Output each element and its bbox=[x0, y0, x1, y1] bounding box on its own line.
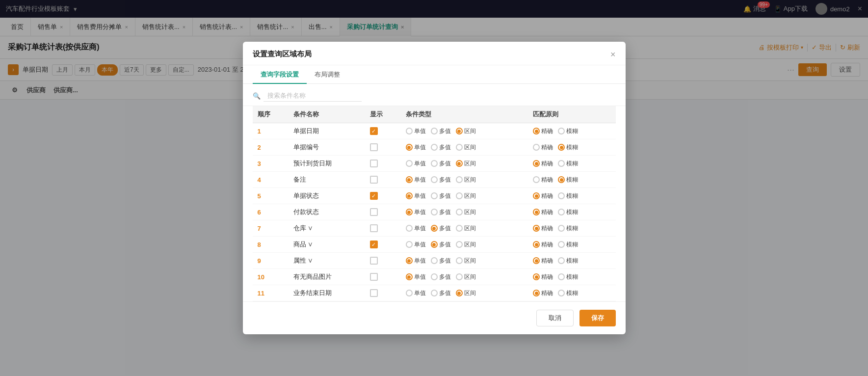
dialog-search-area: 🔍 bbox=[243, 84, 626, 100]
tab-fields[interactable]: 查询字段设置 bbox=[253, 65, 307, 84]
modal-overlay: 设置查询区域布局 × 查询字段设置 布局调整 🔍 顺序 条件名称 bbox=[0, 0, 868, 100]
dialog-header: 设置查询区域布局 × bbox=[243, 42, 626, 65]
dialog-tabs: 查询字段设置 布局调整 bbox=[243, 65, 626, 84]
dialog-title: 设置查询区域布局 bbox=[253, 50, 312, 59]
search-icon: 🔍 bbox=[253, 92, 261, 100]
tab-fields-label: 查询字段设置 bbox=[261, 71, 299, 78]
tab-layout[interactable]: 布局调整 bbox=[307, 65, 348, 84]
tab-layout-label: 布局调整 bbox=[315, 71, 340, 78]
search-input[interactable] bbox=[263, 90, 362, 100]
settings-dialog: 设置查询区域布局 × 查询字段设置 布局调整 🔍 顺序 条件名称 bbox=[243, 42, 626, 100]
dialog-close-button[interactable]: × bbox=[610, 50, 616, 59]
